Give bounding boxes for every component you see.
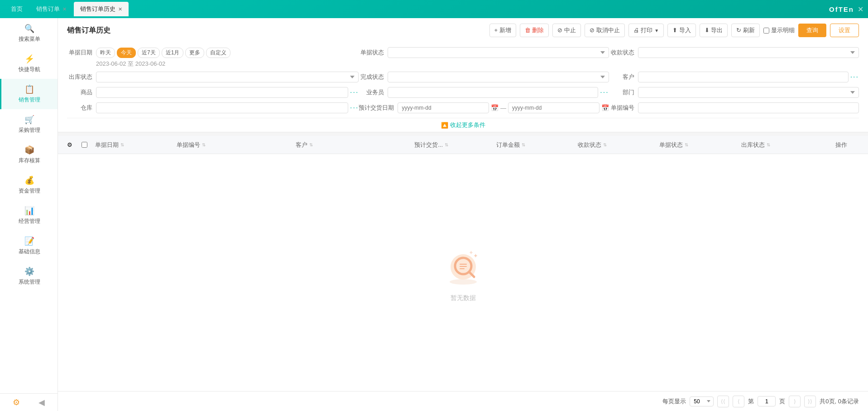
warehouse-ellipsis[interactable]: ··· (350, 104, 359, 112)
tab-home-label: 首页 (11, 5, 23, 13)
export-button[interactable]: ⬇ 导出 (700, 24, 728, 37)
import-button[interactable]: ⬆ 导入 (667, 24, 696, 37)
date-btn-yesterday[interactable]: 昨天 (96, 48, 115, 58)
date-btn-1month[interactable]: 近1月 (162, 48, 184, 58)
receipt-status-select[interactable] (638, 47, 859, 58)
department-select[interactable] (638, 87, 859, 98)
th-customer[interactable]: 客户 ⇅ (292, 141, 411, 149)
date-separator: — (500, 105, 506, 111)
purchase-mgmt-icon: 🛒 (24, 115, 34, 125)
print-button[interactable]: 🖨 打印 ▼ (628, 24, 664, 37)
collapse-text: 收起更多条件 (450, 121, 485, 129)
display-toggle[interactable]: 显示明细 (763, 26, 795, 34)
customer-input[interactable] (638, 72, 849, 82)
th-expected[interactable]: 预计交货... ⇅ (411, 141, 492, 149)
date-btn-custom[interactable]: 自定义 (206, 48, 230, 58)
cancel-stop-button[interactable]: ⊘ 取消中止 (585, 24, 625, 37)
settings-button[interactable]: 设置 (830, 24, 859, 37)
sidebar-collapse-btn[interactable]: ◀ (38, 397, 45, 407)
stop-button-label: ⊘ 中止 (557, 26, 576, 34)
date-btn-more[interactable]: 更多 (185, 48, 204, 58)
th-receipt-status-sort: ⇅ (603, 142, 607, 147)
sidebar-item-purchase-mgmt[interactable]: 🛒 采购管理 (0, 109, 58, 140)
filter-completion-status: 完成状态 (359, 72, 609, 82)
stop-button[interactable]: ⊘ 中止 (552, 24, 581, 37)
table-settings-icon[interactable]: ⚙ (67, 141, 72, 148)
sidebar-item-base-info[interactable]: 📝 基础信息 (0, 231, 58, 261)
print-dropdown-icon[interactable]: ▼ (654, 28, 659, 33)
date-label: 单据日期 (67, 48, 92, 57)
collapse-row[interactable]: 🔼 收起更多条件 (67, 118, 859, 132)
date-btn-7days[interactable]: 近7天 (138, 48, 160, 58)
product-input[interactable] (96, 87, 348, 98)
tab-sales-order-history-close[interactable]: ✕ (118, 6, 122, 12)
th-order-status[interactable]: 单据状态 ⇅ (656, 141, 737, 149)
th-receipt-status[interactable]: 收款状态 ⇅ (574, 141, 656, 149)
empty-state: ✦ ✦ 暂无数据 (58, 154, 868, 391)
tab-sales-order[interactable]: 销售订单 ✕ (30, 2, 73, 16)
window-close-icon[interactable]: ✕ (858, 5, 863, 14)
sidebar-item-search-menu-label: 搜索菜单 (19, 35, 40, 43)
salesperson-ellipsis[interactable]: ··· (600, 88, 609, 97)
top-bar-right: OfTEn ✕ (829, 5, 863, 14)
page-next-btn[interactable]: ⟩ (789, 396, 801, 407)
new-button[interactable]: + 新增 (489, 24, 516, 37)
page-last-btn[interactable]: ⟩⟩ (804, 396, 816, 407)
page-first-btn[interactable]: ⟨⟨ (717, 396, 729, 407)
filter-row-3: 商品 ··· 业务员 ··· 部门 (67, 87, 859, 98)
page-number-input[interactable] (758, 396, 776, 406)
sales-mgmt-icon: 📋 (24, 84, 34, 94)
tab-sales-order-close[interactable]: ✕ (62, 6, 67, 12)
order-status-select[interactable] (388, 47, 609, 58)
sidebar-item-quick-nav[interactable]: ⚡ 快捷导航 (0, 48, 58, 79)
refresh-button[interactable]: ↻ 刷新 (731, 24, 760, 37)
th-order-status-label: 单据状态 (659, 141, 683, 149)
tab-sales-order-history[interactable]: 销售订单历史 ✕ (74, 2, 129, 16)
calendar-to-icon[interactable]: 📅 (601, 104, 609, 111)
delivery-status-select[interactable] (96, 72, 359, 82)
th-date[interactable]: 单据日期 ⇅ (91, 141, 173, 149)
per-page-select[interactable]: 20 50 100 200 (690, 396, 714, 406)
filter-order-no: 单据编号 (609, 102, 859, 113)
calendar-from-icon[interactable]: 📅 (491, 104, 499, 111)
product-ellipsis[interactable]: ··· (350, 88, 359, 97)
expected-date-control: 📅 — 📅 (398, 102, 609, 113)
tab-home[interactable]: 首页 (5, 2, 29, 16)
department-label: 部门 (609, 88, 634, 97)
salesperson-input[interactable] (388, 87, 598, 98)
th-checkbox[interactable] (77, 142, 91, 148)
th-order-status-sort: ⇅ (685, 142, 688, 147)
warehouse-input[interactable] (96, 102, 348, 113)
sidebar-item-sys-mgmt[interactable]: ⚙️ 系统管理 (0, 261, 58, 291)
order-no-label: 单据编号 (609, 104, 634, 112)
sidebar-item-quick-nav-label: 快捷导航 (19, 66, 40, 73)
sidebar-settings-btn[interactable]: ⚙ (13, 397, 20, 407)
th-number[interactable]: 单据编号 ⇅ (173, 141, 292, 149)
th-settings[interactable]: ⚙ (62, 141, 77, 148)
order-no-input[interactable] (638, 102, 859, 113)
th-delivery-status[interactable]: 出库状态 ⇅ (738, 141, 819, 149)
sidebar-item-sales-mgmt[interactable]: 📋 销售管理 (0, 79, 58, 109)
display-toggle-checkbox[interactable] (763, 28, 769, 34)
sidebar-item-inventory[interactable]: 📦 库存核算 (0, 140, 58, 170)
th-amount-sort: ⇅ (522, 142, 525, 147)
empty-text: 暂无数据 (451, 294, 476, 302)
sidebar-item-sales-mgmt-label: 销售管理 (19, 96, 40, 104)
sidebar-item-finance[interactable]: 💰 资金管理 (0, 170, 58, 200)
toolbar: + 新增 🗑 删除 ⊘ 中止 ⊘ 取消中止 🖨 打印 ▼ (489, 24, 859, 37)
th-amount[interactable]: 订单金额 ⇅ (493, 141, 574, 149)
customer-ellipsis[interactable]: ··· (850, 73, 859, 81)
top-tabs: 首页 销售订单 ✕ 销售订单历史 ✕ (5, 2, 829, 16)
th-expected-sort: ⇅ (445, 142, 448, 147)
select-all-checkbox[interactable] (82, 142, 87, 148)
date-btn-today[interactable]: 今天 (117, 48, 136, 58)
expected-date-to[interactable] (508, 102, 599, 113)
query-button[interactable]: 查询 (798, 24, 826, 37)
date-range-text: 2023-06-02 至 2023-06-02 (96, 60, 165, 68)
expected-date-from[interactable] (398, 102, 489, 113)
completion-status-select[interactable] (388, 72, 609, 82)
page-prev-btn[interactable]: ⟨ (733, 396, 744, 407)
sidebar-item-operations[interactable]: 📊 经营管理 (0, 200, 58, 231)
sidebar-item-search-menu[interactable]: 🔍 搜索菜单 (0, 18, 58, 48)
delete-button[interactable]: 🗑 删除 (520, 24, 549, 37)
